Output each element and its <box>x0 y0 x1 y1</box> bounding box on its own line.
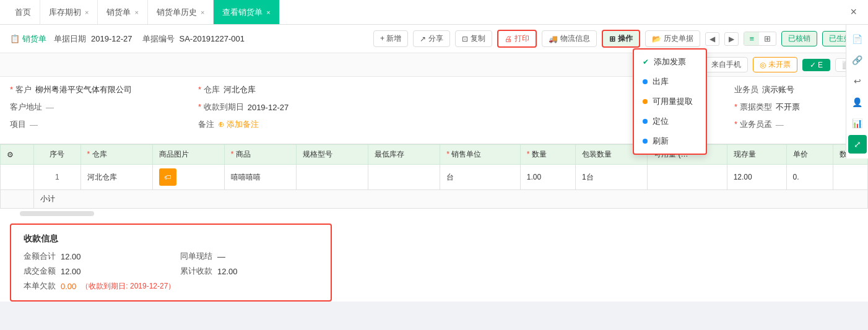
dot-orange-icon <box>643 99 648 104</box>
dropdown-locate-label: 定位 <box>653 116 669 127</box>
total-received-label: 累计收款 <box>180 266 212 277</box>
total-received-row: 累计收款 12.00 <box>180 266 318 277</box>
view-switch: ≡ ⊞ <box>744 32 776 46</box>
row-image: 🏷 <box>152 165 224 190</box>
remark-field: 备注 ⊕ 添加备注 <box>198 119 322 130</box>
ticket-type-value: 不开票 <box>776 102 800 113</box>
tab-home[interactable]: 首页 <box>6 0 40 24</box>
history-button[interactable]: 📂 历史单据 <box>645 30 700 47</box>
dropdown-available-qty[interactable]: 可用量提取 <box>634 92 706 111</box>
col-settings[interactable]: ⚙ <box>1 145 34 165</box>
print-button[interactable]: 🖨 打印 <box>497 30 537 48</box>
view-grid-button[interactable]: ⊞ <box>759 32 776 45</box>
not-open-button[interactable]: ◎ 未开票 <box>753 57 797 72</box>
tab-sales-close[interactable]: × <box>134 9 138 16</box>
payment-section: 收款信息 金额合计 12.00 同单现结 — 成交金额 12.00 累计收款 1… <box>10 224 332 302</box>
col-warehouse: 仓库 <box>80 145 152 165</box>
col-current-stock: 现存量 <box>727 145 786 165</box>
col-image: 商品图片 <box>152 145 224 165</box>
tab-check-sales-close[interactable]: × <box>266 9 270 16</box>
tab-sales-history[interactable]: 销货单历史 × <box>148 0 214 24</box>
row-quantity: 1.00 <box>520 165 575 190</box>
dropdown-add-invoice-label: 添加发票 <box>654 56 686 67</box>
tab-inventory-close[interactable]: × <box>85 9 89 16</box>
dropdown-add-invoice[interactable]: ✔ 添加发票 <box>634 52 706 72</box>
staff-value: 演示账号 <box>762 84 794 95</box>
col-product: 商品 <box>224 145 296 165</box>
row-amount <box>833 165 868 190</box>
confirm-button[interactable]: ✓ E <box>802 59 830 71</box>
row-available <box>648 165 727 190</box>
col-unit: 销售单位 <box>440 145 521 165</box>
tab-history-label: 销货单历史 <box>157 7 197 18</box>
table-wrapper: ⚙ 序号 仓库 商品图片 商品 规格型号 最低库存 销售单位 数量 包装数量 可… <box>0 144 868 209</box>
tab-inventory-init[interactable]: 库存期初 × <box>40 0 98 24</box>
ticket-type-field: 票据类型 不开票 <box>734 102 858 113</box>
nav-next-button[interactable]: ▶ <box>724 32 739 46</box>
sidebar-undo-icon[interactable]: ↩ <box>848 72 867 90</box>
share-button[interactable]: ↗ 分享 <box>413 30 450 47</box>
dropdown-outbound-label: 出库 <box>653 76 669 87</box>
ticket-type-label: 票据类型 <box>734 102 772 113</box>
operate-button[interactable]: ⊞ 操作 <box>602 30 640 48</box>
doc-number-label: 单据编号 SA-20191227-001 <box>142 33 245 45</box>
voided-button[interactable]: 已核销 <box>781 31 817 46</box>
col-min-stock: 最低库存 <box>368 145 440 165</box>
truck-icon: 🚚 <box>549 35 558 43</box>
doc-header: 📋 销货单 单据日期 2019-12-27 单据编号 SA-20191227-0… <box>0 25 868 53</box>
current-due-value: 0.00 <box>61 282 76 291</box>
nav-prev-button[interactable]: ◀ <box>705 32 719 46</box>
sub-toolbar: 📱 来自手机 ◎ 未开票 ✓ E ⬜ <box>0 53 868 77</box>
sidebar-document-icon[interactable]: 📄 <box>848 30 867 48</box>
same-order-value: — <box>217 252 225 261</box>
share-icon: ↗ <box>420 35 426 43</box>
row-product: 嘻嘻嘻嘻 <box>224 165 296 190</box>
project-value: — <box>30 120 38 129</box>
copy-button[interactable]: ⊡ 复制 <box>455 30 492 47</box>
sidebar-chart-icon[interactable]: 📊 <box>848 114 867 132</box>
row-package-qty: 1台 <box>576 165 648 190</box>
operate-dropdown: ✔ 添加发票 出库 可用量提取 定位 刷新 <box>633 48 707 155</box>
doc-meta: 单据日期 2019-12-27 单据编号 SA-20191227-001 <box>54 33 245 45</box>
window-close-button[interactable]: × <box>845 6 862 19</box>
add-button[interactable]: + 新增 <box>373 30 408 47</box>
subtotal-label: 小计 <box>33 190 867 209</box>
sidebar-expand-icon[interactable]: ⤢ <box>848 135 867 154</box>
logistics-button[interactable]: 🚚 物流信息 <box>542 30 597 47</box>
tab-sales-order[interactable]: 销货单 × <box>98 0 147 24</box>
col-unit-price: 单价 <box>786 145 833 165</box>
remark-add-button[interactable]: ⊕ 添加备注 <box>218 119 259 130</box>
form-row-1: 客户 柳州粤港平安气体有限公司 仓库 河北仓库 业务员 演示账号 <box>10 84 858 95</box>
dropdown-locate[interactable]: 定位 <box>634 111 706 131</box>
doc-type-label: 销货单 <box>22 33 46 45</box>
table-header-row: ⚙ 序号 仓库 商品图片 商品 规格型号 最低库存 销售单位 数量 包装数量 可… <box>1 145 868 165</box>
warehouse-label: 仓库 <box>198 84 220 95</box>
dropdown-outbound[interactable]: 出库 <box>634 72 706 92</box>
scroll-area <box>0 209 868 216</box>
tab-check-sales-label: 查看销货单 <box>222 7 263 18</box>
current-due-note: （收款到期日: 2019-12-27） <box>81 281 175 292</box>
check-icon: ✔ <box>643 58 649 66</box>
project-label: 项目 <box>10 119 26 130</box>
doc-date-value: 2019-12-27 <box>91 34 132 43</box>
horizontal-scrollbar[interactable] <box>20 211 94 216</box>
tab-check-sales[interactable]: 查看销货单 × <box>214 0 279 24</box>
sidebar-link-icon[interactable]: 🔗 <box>848 51 867 69</box>
col-num: 序号 <box>33 145 80 165</box>
history-icon: 📂 <box>652 35 661 43</box>
dropdown-refresh[interactable]: 刷新 <box>634 131 706 151</box>
view-list-button[interactable]: ≡ <box>744 32 759 45</box>
tab-history-close[interactable]: × <box>201 9 204 16</box>
warehouse-value: 河北仓库 <box>224 84 256 95</box>
dot-blue3-icon <box>643 139 648 144</box>
address-value: — <box>46 103 54 112</box>
doc-number-value: SA-20191227-001 <box>180 34 245 43</box>
amount-total-row: 金额合计 12.00 <box>24 251 162 262</box>
amount-total-value: 12.00 <box>61 252 81 261</box>
sidebar-user-icon[interactable]: 👤 <box>848 93 867 111</box>
customer-label: 客户 <box>10 84 32 95</box>
form-area: 客户 柳州粤港平安气体有限公司 仓库 河北仓库 业务员 演示账号 客户地址 — … <box>0 77 868 144</box>
right-sidebar: 📄 🔗 ↩ 👤 📊 ⤢ <box>846 25 868 158</box>
payment-date-field: 收款到期日 2019-12-27 <box>198 102 322 113</box>
salesperson-label: 业务员孟 <box>734 119 772 130</box>
